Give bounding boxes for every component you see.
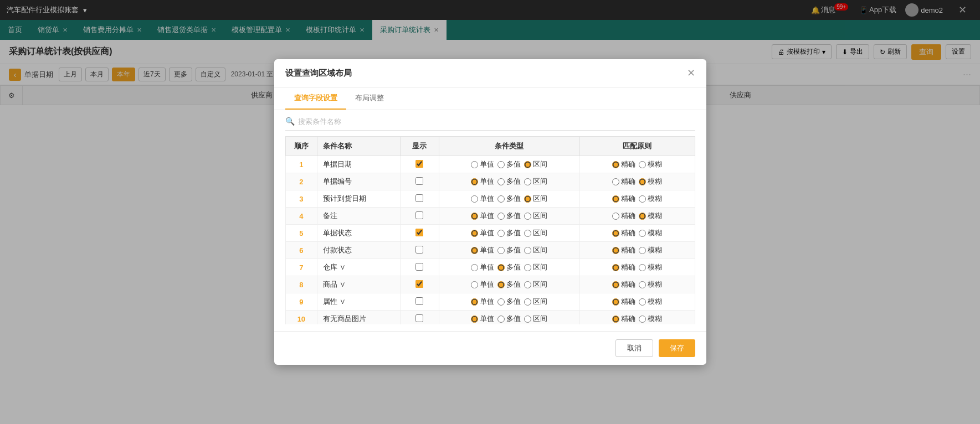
type-radio[interactable] (497, 178, 505, 185)
row-match[interactable]: 精确模糊 (579, 242, 695, 259)
type-radio[interactable] (471, 195, 478, 203)
match-radio[interactable] (639, 213, 646, 220)
type-radio-label[interactable]: 单值 (471, 314, 494, 324)
type-radio-label[interactable]: 多值 (497, 280, 521, 289)
match-radio-label[interactable]: 精确 (612, 159, 635, 169)
match-radio[interactable] (612, 281, 619, 288)
row-match[interactable]: 精确模糊 (579, 311, 695, 325)
modal-close-btn[interactable]: ✕ (687, 67, 695, 79)
match-radio[interactable] (639, 195, 646, 203)
type-radio-label[interactable]: 多值 (497, 245, 521, 255)
show-checkbox[interactable] (415, 297, 423, 305)
show-checkbox[interactable] (415, 177, 423, 185)
row-match[interactable]: 精确模糊 (579, 293, 695, 311)
match-radio[interactable] (639, 161, 646, 168)
match-radio-label[interactable]: 模糊 (639, 228, 662, 238)
match-radio-label[interactable]: 精确 (612, 297, 635, 307)
type-radio[interactable] (524, 298, 531, 306)
type-radio-label[interactable]: 单值 (471, 280, 494, 289)
type-radio-label[interactable]: 单值 (471, 177, 494, 187)
type-radio[interactable] (497, 247, 505, 254)
type-radio-label[interactable]: 单值 (471, 194, 494, 204)
row-show[interactable] (401, 225, 439, 242)
type-radio[interactable] (524, 316, 531, 323)
match-radio[interactable] (639, 281, 646, 288)
row-type[interactable]: 单值多值区间 (439, 225, 579, 242)
match-radio-label[interactable]: 精确 (612, 194, 635, 204)
type-radio[interactable] (524, 230, 531, 237)
row-match[interactable]: 精确模糊 (579, 259, 695, 276)
row-show[interactable] (401, 242, 439, 259)
type-radio[interactable] (524, 178, 531, 185)
show-checkbox[interactable] (415, 229, 423, 236)
type-radio[interactable] (524, 281, 531, 288)
type-radio-label[interactable]: 单值 (471, 245, 494, 255)
type-radio-label[interactable]: 区间 (524, 194, 547, 204)
modal-tab-layout[interactable]: 布局调整 (346, 87, 393, 110)
type-radio[interactable] (497, 298, 505, 306)
match-radio-label[interactable]: 模糊 (639, 297, 662, 307)
type-radio-label[interactable]: 多值 (497, 314, 521, 324)
type-radio-label[interactable]: 单值 (471, 262, 494, 272)
type-radio[interactable] (471, 178, 478, 185)
type-radio-label[interactable]: 多值 (497, 228, 521, 238)
row-show[interactable] (401, 156, 439, 173)
type-radio-label[interactable]: 区间 (524, 314, 547, 324)
type-radio-label[interactable]: 区间 (524, 228, 547, 238)
type-radio[interactable] (497, 264, 505, 271)
row-show[interactable] (401, 276, 439, 293)
row-match[interactable]: 精确模糊 (579, 276, 695, 293)
type-radio-label[interactable]: 区间 (524, 177, 547, 187)
row-show[interactable] (401, 293, 439, 311)
modal-overlay[interactable]: 设置查询区域布局 ✕ 查询字段设置 布局调整 🔍 顺序 条件名称 (0, 0, 980, 424)
type-radio[interactable] (524, 247, 531, 254)
show-checkbox[interactable] (415, 280, 423, 288)
type-radio-label[interactable]: 区间 (524, 280, 547, 289)
match-radio-label[interactable]: 精确 (612, 280, 635, 289)
type-radio[interactable] (524, 213, 531, 220)
row-type[interactable]: 单值多值区间 (439, 242, 579, 259)
cancel-btn[interactable]: 取消 (615, 339, 653, 357)
match-radio[interactable] (639, 264, 646, 271)
row-show[interactable] (401, 173, 439, 190)
type-radio[interactable] (471, 161, 478, 168)
type-radio[interactable] (524, 264, 531, 271)
type-radio-label[interactable]: 区间 (524, 297, 547, 307)
type-radio-label[interactable]: 多值 (497, 177, 521, 187)
type-radio-label[interactable]: 区间 (524, 159, 547, 169)
type-radio[interactable] (524, 161, 531, 168)
type-radio[interactable] (471, 213, 478, 220)
match-radio[interactable] (612, 264, 619, 271)
type-radio[interactable] (471, 264, 478, 271)
show-checkbox[interactable] (415, 160, 423, 168)
type-radio[interactable] (497, 213, 505, 220)
match-radio-label[interactable]: 模糊 (639, 262, 662, 272)
type-radio-label[interactable]: 多值 (497, 262, 521, 272)
match-radio[interactable] (612, 316, 619, 323)
type-radio-label[interactable]: 多值 (497, 297, 521, 307)
row-show[interactable] (401, 190, 439, 208)
match-radio[interactable] (612, 195, 619, 203)
match-radio-label[interactable]: 精确 (612, 177, 635, 187)
row-type[interactable]: 单值多值区间 (439, 293, 579, 311)
modal-tab-query-fields[interactable]: 查询字段设置 (285, 87, 346, 110)
match-radio[interactable] (612, 247, 619, 254)
show-checkbox[interactable] (415, 211, 423, 219)
match-radio[interactable] (639, 298, 646, 306)
type-radio-label[interactable]: 区间 (524, 211, 547, 221)
row-show[interactable] (401, 208, 439, 225)
match-radio-label[interactable]: 精确 (612, 262, 635, 272)
type-radio[interactable] (471, 316, 478, 323)
match-radio[interactable] (612, 178, 619, 185)
row-match[interactable]: 精确模糊 (579, 190, 695, 208)
show-checkbox[interactable] (415, 194, 423, 202)
match-radio[interactable] (612, 230, 619, 237)
type-radio[interactable] (497, 195, 505, 203)
match-radio-label[interactable]: 模糊 (639, 245, 662, 255)
match-radio-label[interactable]: 模糊 (639, 177, 662, 187)
match-radio[interactable] (612, 298, 619, 306)
row-match[interactable]: 精确模糊 (579, 208, 695, 225)
type-radio[interactable] (524, 195, 531, 203)
match-radio[interactable] (639, 230, 646, 237)
row-match[interactable]: 精确模糊 (579, 173, 695, 190)
